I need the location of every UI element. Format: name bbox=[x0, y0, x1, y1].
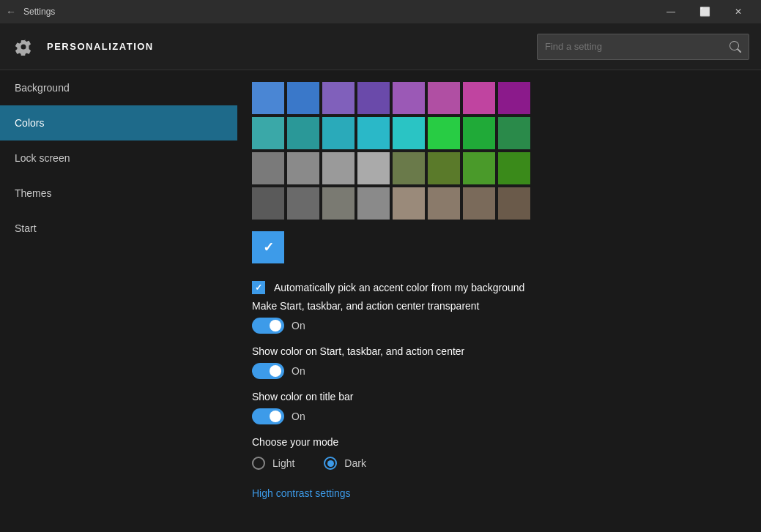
color-swatch-dark-magenta[interactable] bbox=[498, 82, 530, 114]
transparent-state: On bbox=[292, 320, 305, 331]
radio-light-circle bbox=[252, 457, 265, 470]
color-swatch-darkgray2[interactable] bbox=[287, 187, 319, 220]
color-swatch-lime[interactable] bbox=[463, 152, 495, 184]
color-swatch-gray1[interactable] bbox=[252, 152, 284, 184]
color-swatch-cornflower[interactable] bbox=[287, 82, 319, 114]
color-swatch-warmgray[interactable] bbox=[322, 187, 354, 220]
color-swatch-hot-magenta[interactable] bbox=[428, 82, 460, 114]
color-swatch-teal1[interactable] bbox=[252, 117, 284, 149]
color-swatch-gray3[interactable] bbox=[322, 152, 354, 184]
radio-dark-label: Dark bbox=[344, 457, 366, 469]
selected-check: ✓ bbox=[263, 239, 274, 255]
title-bar-toggle-wrapper: On bbox=[252, 408, 746, 424]
color-swatch-dark-brown[interactable] bbox=[498, 187, 530, 220]
title-bar-toggle[interactable] bbox=[252, 408, 284, 424]
transparent-toggle[interactable] bbox=[252, 318, 284, 334]
window-title: Settings bbox=[23, 7, 654, 17]
color-swatch-olive1[interactable] bbox=[393, 152, 425, 184]
show-color-toggle-knob bbox=[270, 365, 281, 377]
color-swatch-coolgray[interactable] bbox=[357, 187, 390, 220]
sidebar-item-start[interactable]: Start bbox=[0, 211, 237, 246]
color-swatch-tan[interactable] bbox=[393, 187, 425, 220]
auto-accent-label: Automatically pick an accent color from … bbox=[274, 282, 524, 293]
color-swatch-teal2[interactable] bbox=[287, 117, 319, 149]
show-color-toggle[interactable] bbox=[252, 363, 284, 379]
minimize-button[interactable]: — bbox=[654, 0, 688, 23]
gear-icon bbox=[12, 35, 35, 59]
color-grid bbox=[237, 70, 761, 225]
close-button[interactable]: ✕ bbox=[721, 0, 755, 23]
window-controls: — ⬜ ✕ bbox=[654, 0, 755, 23]
title-bar-toggle-knob bbox=[270, 411, 281, 422]
custom-color-row: ✓ bbox=[237, 225, 761, 275]
color-swatch-green3[interactable] bbox=[498, 117, 530, 149]
high-contrast-link[interactable]: High contrast settings bbox=[237, 482, 761, 505]
color-swatch-purple[interactable] bbox=[357, 82, 390, 114]
mode-title: Choose your mode bbox=[252, 436, 746, 448]
back-button[interactable]: ← bbox=[6, 6, 16, 18]
color-swatch-gray2[interactable] bbox=[287, 152, 319, 184]
color-swatch-magenta[interactable] bbox=[463, 82, 495, 114]
mode-section: Choose your mode Light Dark bbox=[237, 436, 761, 482]
color-swatch-teal3[interactable] bbox=[322, 117, 354, 149]
color-swatch-teal4[interactable] bbox=[357, 117, 390, 149]
restore-button[interactable]: ⬜ bbox=[688, 0, 721, 23]
content-area: ✓ ✓ Automatically pick an accent color f… bbox=[237, 70, 761, 532]
settings-window: ← Settings — ⬜ ✕ PERSONALIZATION bbox=[0, 0, 761, 532]
color-swatch-blue[interactable] bbox=[252, 82, 284, 114]
radio-light[interactable]: Light bbox=[252, 457, 294, 470]
show-color-label: Show color on Start, taskbar, and action… bbox=[252, 345, 746, 357]
color-swatch-dark-lime[interactable] bbox=[498, 152, 530, 184]
sidebar-item-background[interactable]: Background bbox=[0, 70, 237, 105]
search-icon[interactable] bbox=[722, 34, 749, 60]
title-bar: ← Settings — ⬜ ✕ bbox=[0, 0, 761, 23]
show-color-toggle-wrapper: On bbox=[252, 363, 746, 379]
color-swatch-darkgray1[interactable] bbox=[252, 187, 284, 220]
color-swatch-olive2[interactable] bbox=[428, 152, 460, 184]
selected-color-swatch[interactable]: ✓ bbox=[252, 231, 284, 263]
sidebar-item-lock-screen[interactable]: Lock screen bbox=[0, 141, 237, 176]
sidebar: Background Colors Lock screen Themes Sta… bbox=[0, 70, 237, 532]
title-bar-toggle-row: Show color on title bar On bbox=[237, 391, 761, 436]
color-swatch-dark-tan[interactable] bbox=[428, 187, 460, 220]
color-swatch-green2[interactable] bbox=[463, 117, 495, 149]
radio-dark[interactable]: Dark bbox=[324, 457, 366, 470]
color-swatch-gray4[interactable] bbox=[357, 152, 390, 184]
app-body: PERSONALIZATION Background bbox=[0, 23, 761, 532]
color-swatch-brown[interactable] bbox=[463, 187, 495, 220]
color-swatch-orchid[interactable] bbox=[393, 82, 425, 114]
show-color-state: On bbox=[292, 365, 305, 377]
sidebar-item-themes[interactable]: Themes bbox=[0, 176, 237, 211]
radio-row: Light Dark bbox=[252, 457, 746, 470]
auto-accent-checkbox[interactable]: ✓ bbox=[252, 281, 265, 294]
transparent-toggle-row: Make Start, taskbar, and action center t… bbox=[237, 300, 761, 345]
color-swatch-violet[interactable] bbox=[322, 82, 354, 114]
app-title: PERSONALIZATION bbox=[47, 41, 525, 52]
transparent-toggle-knob bbox=[270, 320, 281, 331]
title-bar-label: Show color on title bar bbox=[252, 391, 746, 402]
title-bar-state: On bbox=[292, 411, 305, 422]
show-color-toggle-row: Show color on Start, taskbar, and action… bbox=[237, 345, 761, 391]
radio-dark-circle bbox=[324, 457, 337, 470]
main-content: Background Colors Lock screen Themes Sta… bbox=[0, 70, 761, 532]
search-box bbox=[537, 34, 749, 60]
sidebar-item-colors[interactable]: Colors bbox=[0, 105, 237, 141]
search-input[interactable] bbox=[538, 41, 722, 52]
transparent-toggle-wrapper: On bbox=[252, 318, 746, 334]
color-swatch-green1[interactable] bbox=[428, 117, 460, 149]
color-swatch-cyan[interactable] bbox=[393, 117, 425, 149]
radio-light-label: Light bbox=[272, 457, 294, 469]
header-bar: PERSONALIZATION bbox=[0, 23, 761, 70]
transparent-label: Make Start, taskbar, and action center t… bbox=[252, 300, 746, 312]
auto-accent-row: ✓ Automatically pick an accent color fro… bbox=[237, 275, 761, 300]
